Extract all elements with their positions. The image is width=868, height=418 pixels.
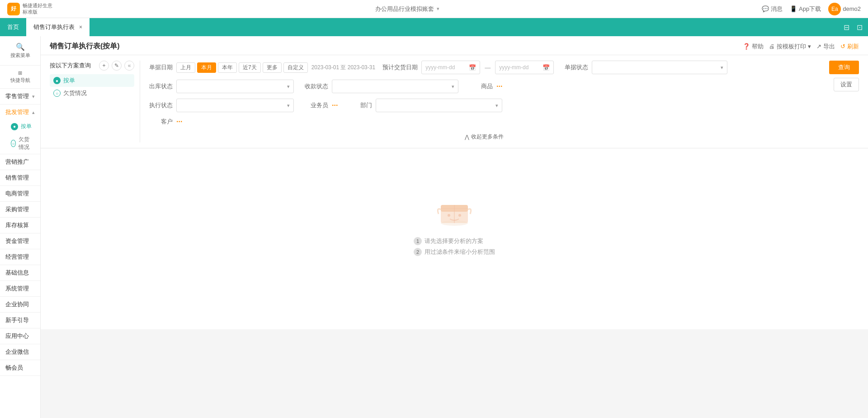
quick-nav-button[interactable]: ⊞ 快捷导航: [0, 67, 40, 86]
sidebar-item-retail[interactable]: 零售管理 ▾: [0, 89, 40, 104]
chevron-up-icon: ▴: [32, 109, 35, 115]
edit-scheme-button[interactable]: ✎: [112, 61, 122, 71]
page-header: 销售订单执行表(按单) ❓ 帮助 🖨 按模板打印 ▾ ↗ 导出 ↺ 刷新: [41, 36, 868, 55]
tab-bar: 首页 销售订单执行表 × ⊟ ⊡: [0, 18, 868, 36]
sidebar-retail-section: 零售管理 ▾: [0, 89, 40, 104]
dept-arrow-icon: ▾: [495, 103, 498, 109]
add-scheme-button[interactable]: +: [99, 61, 109, 71]
tab-active[interactable]: 销售订单执行表 ×: [26, 18, 90, 36]
grid-icon: ⊞: [18, 70, 22, 76]
customer-picker-button[interactable]: ···: [176, 118, 182, 126]
filter-row-2: 出库状态 ▾ 收款状态: [146, 80, 823, 93]
date-btn-current-month[interactable]: 本月: [197, 62, 216, 73]
search-menu-button[interactable]: 🔍 搜索菜单: [0, 40, 40, 62]
sidebar-item-sales[interactable]: 销售管理: [0, 170, 40, 185]
top-bar-right: 💬 消息 📱 App下载 Ea demo2: [762, 3, 861, 15]
collect-status-label: 收款状态: [301, 82, 328, 90]
expected-date-start[interactable]: yyyy-mm-dd 📅: [421, 61, 480, 74]
salesperson-picker-button[interactable]: ···: [332, 101, 338, 109]
search-icon: 🔍: [16, 43, 25, 51]
date-btn-current-year[interactable]: 本年: [218, 62, 237, 73]
scheme-item-shortage[interactable]: ○ 欠货情况: [50, 87, 134, 100]
sidebar-sub-item-order[interactable]: ● 按单: [0, 120, 40, 133]
tab-minimize-icon[interactable]: ⊟: [842, 21, 851, 33]
query-button[interactable]: 查询: [829, 61, 859, 74]
help-button[interactable]: ❓ 帮助: [743, 43, 764, 51]
content-area: 销售订单执行表(按单) ❓ 帮助 🖨 按模板打印 ▾ ↗ 导出 ↺ 刷新: [41, 36, 868, 418]
sidebar-item-system[interactable]: 系统管理: [0, 281, 40, 296]
sidebar-item-enterprise[interactable]: 企业协同: [0, 297, 40, 312]
sidebar-item-purchase[interactable]: 采购管理: [0, 202, 40, 217]
expected-date-label: 预计交货日期: [382, 63, 418, 71]
center-dropdown-icon[interactable]: ▾: [437, 6, 439, 12]
active-dot-icon: ●: [11, 123, 18, 130]
date-btn-7days[interactable]: 近7天: [239, 62, 261, 73]
tab-close-icon[interactable]: ×: [79, 24, 82, 30]
print-button[interactable]: 🖨 按模板打印 ▾: [769, 43, 811, 51]
collapse-row: ⋀ 收起更多条件: [146, 131, 823, 142]
filter-action-buttons: 查询 设置: [823, 61, 859, 91]
sidebar-item-operations[interactable]: 经营管理: [0, 249, 40, 265]
refresh-button[interactable]: ↺ 刷新: [840, 43, 859, 51]
sidebar-marketing-section: 营销推广: [0, 154, 40, 170]
collapse-scheme-button[interactable]: «: [124, 61, 134, 71]
sidebar-item-marketing[interactable]: 营销推广: [0, 154, 40, 170]
sidebar-nav-section: ⊞ 快捷导航: [0, 66, 40, 89]
sidebar-app-section: 应用中心: [0, 328, 40, 344]
date-btn-more[interactable]: 更多: [263, 62, 282, 73]
export-button[interactable]: ↗ 导出: [816, 43, 835, 51]
tab-home[interactable]: 首页: [0, 18, 26, 36]
goods-label: 商品: [466, 82, 493, 90]
logo-text: 畅捷通好生意 标准版: [23, 3, 52, 14]
tab-expand-icon[interactable]: ⊡: [855, 21, 864, 33]
date-btn-custom[interactable]: 自定义: [283, 62, 308, 73]
sidebar-basic-section: 基础信息: [0, 265, 40, 281]
filter-row-3: 执行状态 ▾ 业务员 ··· 部门: [146, 99, 823, 112]
filter-group-date: 单据日期 上月 本月 本年 近7天 更多 自定义 2023-03-01 至 20…: [146, 62, 375, 73]
customer-label: 客户: [146, 118, 173, 126]
scheme-item-order[interactable]: ● 按单: [50, 74, 134, 87]
sidebar-item-app[interactable]: 应用中心: [0, 328, 40, 344]
logo-icon: 好: [7, 3, 20, 15]
settings-button[interactable]: 设置: [834, 78, 859, 91]
date-label: 单据日期: [146, 63, 173, 71]
message-button[interactable]: 💬 消息: [762, 5, 783, 13]
sidebar-item-newbie[interactable]: 新手引导: [0, 313, 40, 328]
export-icon: ↗: [816, 43, 821, 50]
date-btn-last-month[interactable]: 上月: [176, 62, 195, 73]
expected-date-end[interactable]: yyyy-mm-dd 📅: [495, 61, 554, 74]
sidebar-newbie-section: 新手引导: [0, 313, 40, 328]
user-menu[interactable]: Ea demo2: [828, 3, 861, 15]
sidebar-item-finance[interactable]: 资金管理: [0, 233, 40, 249]
goods-picker-button[interactable]: ···: [496, 82, 502, 90]
app-download-button[interactable]: 📱 App下载: [790, 5, 821, 13]
print-dropdown-icon[interactable]: ▾: [808, 43, 811, 50]
content-body: 1 请先选择要分析的方案 2 用过滤条件来缩小分析范围: [41, 148, 868, 329]
top-bar-left: 好 畅捷通好生意 标准版: [7, 3, 52, 15]
sidebar-item-wholesale[interactable]: 批发管理 ▴: [0, 104, 40, 120]
filter-group-goods: 商品 ···: [466, 82, 502, 90]
out-status-select[interactable]: ▾: [176, 80, 294, 93]
sidebar-item-inventory[interactable]: 库存核算: [0, 218, 40, 233]
refresh-icon: ↺: [840, 43, 845, 50]
scheme-active-icon: ●: [53, 77, 61, 84]
sidebar-sales-section: 销售管理: [0, 170, 40, 186]
print-icon: 🖨: [769, 43, 775, 50]
sidebar-item-basic[interactable]: 基础信息: [0, 265, 40, 280]
sidebar-wholesale-section: 批发管理 ▴ ● 按单 ○ 欠货情况: [0, 104, 40, 154]
sidebar-item-member[interactable]: 畅会员: [0, 360, 40, 375]
top-bar: 好 畅捷通好生意 标准版 办公用品行业模拟账套 ▾ 💬 消息 📱 App下载 E…: [0, 0, 868, 18]
collapse-button[interactable]: ⋀ 收起更多条件: [465, 133, 504, 141]
doc-status-select[interactable]: ▾: [592, 61, 727, 74]
sidebar-item-wechat[interactable]: 企业微信: [0, 344, 40, 360]
dept-select[interactable]: ▾: [376, 99, 502, 112]
filter-panel: 按以下方案查询 + ✎ « ● 按单 ○ 欠货情况: [41, 55, 868, 148]
exec-status-select[interactable]: ▾: [176, 99, 294, 112]
sidebar-sub-item-backorder[interactable]: ○ 欠货情况: [0, 133, 40, 154]
collect-status-select[interactable]: ▾: [332, 80, 458, 93]
top-bar-center[interactable]: 办公用品行业模拟账套 ▾: [375, 5, 439, 13]
sidebar-item-ecommerce[interactable]: 电商管理: [0, 186, 40, 201]
avatar: Ea: [828, 3, 841, 15]
collect-status-arrow-icon: ▾: [452, 84, 454, 90]
main-layout: 🔍 搜索菜单 ⊞ 快捷导航 零售管理 ▾ 批发管理 ▴ ● 按单: [0, 36, 868, 418]
